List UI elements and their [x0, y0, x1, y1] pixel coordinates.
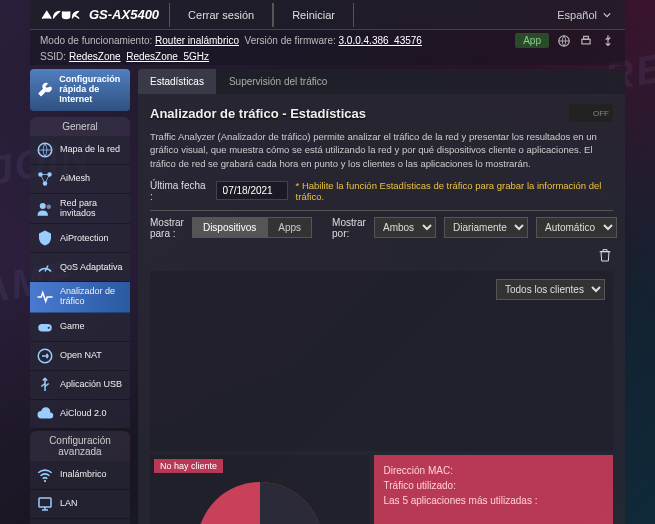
firmware-link[interactable]: 3.0.0.4.386_43576: [339, 35, 422, 46]
info-line: Modo de funcionamiento: Router inalámbri…: [40, 35, 422, 46]
warning-text: * Habilite la función Estadísticas de tr…: [296, 180, 613, 202]
select-direction[interactable]: Ambos: [374, 217, 436, 238]
sidebar-item-network-map[interactable]: Mapa de la red: [30, 136, 130, 165]
show-for-segmented: Dispositivos Apps: [192, 217, 312, 238]
tab-traffic-monitor[interactable]: Supervisión del tráfico: [217, 69, 340, 94]
usb-icon[interactable]: [601, 34, 615, 48]
ssid2-link[interactable]: RedesZone_5GHz: [126, 51, 209, 62]
svg-rect-2: [584, 36, 589, 39]
traffic-label: Tráfico utilizado:: [384, 480, 604, 491]
printer-icon[interactable]: [579, 34, 593, 48]
sidebar-item-aicloud[interactable]: AiCloud 2.0: [30, 400, 130, 429]
pie-chart-box: No hay cliente: [150, 455, 370, 524]
select-scale[interactable]: Automático: [536, 217, 617, 238]
panel-description: Traffic Analyzer (Analizador de tráfico)…: [150, 130, 613, 170]
top5-label: Las 5 aplicaciones más utilizadas :: [384, 495, 604, 506]
asus-logo-icon: [40, 8, 85, 22]
wifi-icon: [36, 466, 54, 484]
sidebar-item-guest[interactable]: Red para invitados: [30, 194, 130, 225]
model-name: GS-AX5400: [89, 7, 159, 22]
seg-apps[interactable]: Apps: [267, 217, 312, 238]
svg-point-10: [48, 327, 50, 329]
reboot-button[interactable]: Reiniciar: [273, 3, 354, 27]
chart-area: Todos los clientes: [150, 271, 613, 451]
svg-rect-1: [582, 39, 590, 44]
tab-statistics[interactable]: Estadísticas: [138, 69, 217, 94]
sidebar: Configuraciónrápida de Internet General …: [30, 69, 130, 524]
chevron-down-icon: [603, 11, 611, 19]
svg-point-12: [44, 480, 46, 482]
show-for-label: Mostrar para :: [150, 217, 184, 239]
sidebar-item-wan[interactable]: WAN: [30, 519, 130, 524]
client-select[interactable]: Todos los clientes: [496, 279, 605, 300]
logout-button[interactable]: Cerrar sesión: [169, 3, 273, 27]
globe-icon[interactable]: [557, 34, 571, 48]
enable-toggle[interactable]: OFF: [569, 104, 613, 122]
seg-devices[interactable]: Dispositivos: [192, 217, 267, 238]
logo: GS-AX5400: [30, 7, 169, 22]
usb-icon: [36, 376, 54, 394]
nat-icon: [36, 347, 54, 365]
date-input[interactable]: [216, 181, 288, 200]
svg-point-8: [47, 204, 52, 209]
show-by-label: Mostrar por:: [332, 217, 366, 239]
sidebar-item-game[interactable]: Game: [30, 313, 130, 342]
mesh-icon: [36, 170, 54, 188]
select-period[interactable]: Diariamente: [444, 217, 528, 238]
cloud-icon: [36, 405, 54, 423]
sidebar-item-traffic-analyzer[interactable]: Analizador de tráfico: [30, 282, 130, 313]
lan-icon: [36, 495, 54, 513]
quick-setup-button[interactable]: Configuraciónrápida de Internet: [30, 69, 130, 111]
globe-icon: [36, 141, 54, 159]
divider: [150, 210, 613, 211]
section-advanced: Configuración avanzada: [30, 431, 130, 461]
sidebar-item-usb-app[interactable]: Aplicación USB: [30, 371, 130, 400]
mac-label: Dirección MAC:: [384, 465, 604, 476]
content-panel: Estadísticas Supervisión del tráfico Ana…: [138, 69, 625, 524]
trash-icon[interactable]: [597, 247, 613, 263]
language-label: Español: [557, 9, 597, 21]
sidebar-item-opennat[interactable]: Open NAT: [30, 342, 130, 371]
client-info-box: Dirección MAC: Tráfico utilizado: Las 5 …: [374, 455, 614, 524]
wrench-icon: [36, 80, 53, 100]
sidebar-item-lan[interactable]: LAN: [30, 490, 130, 519]
gamepad-icon: [36, 318, 54, 336]
sidebar-item-wireless[interactable]: Inalámbrico: [30, 461, 130, 490]
gauge-icon: [36, 258, 54, 276]
sidebar-item-qos[interactable]: QoS Adaptativa: [30, 253, 130, 282]
no-client-badge: No hay cliente: [154, 459, 223, 473]
svg-point-7: [40, 203, 46, 209]
sidebar-item-aimesh[interactable]: AiMesh: [30, 165, 130, 194]
app-badge[interactable]: App: [515, 33, 549, 48]
panel-title: Analizador de tráfico - Estadísticas: [150, 106, 366, 121]
sidebar-item-aiprotection[interactable]: AiProtection: [30, 224, 130, 253]
pulse-icon: [36, 288, 54, 306]
shield-icon: [36, 229, 54, 247]
date-label: Última fecha :: [150, 180, 208, 202]
users-icon: [36, 200, 54, 218]
mode-link[interactable]: Router inalámbrico: [155, 35, 239, 46]
section-general: General: [30, 117, 130, 136]
svg-rect-13: [39, 498, 51, 507]
language-selector[interactable]: Español: [543, 3, 625, 27]
pie-chart-icon: [190, 475, 330, 524]
ssid1-link[interactable]: RedesZone: [69, 51, 121, 62]
